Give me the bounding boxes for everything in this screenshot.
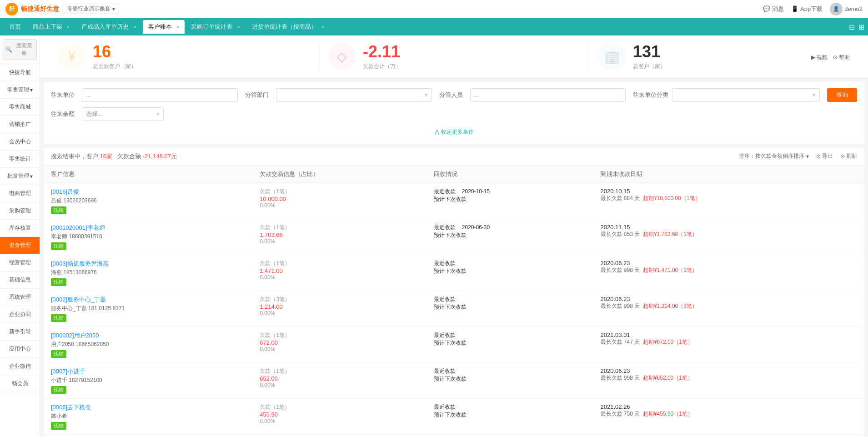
tab-inventory-stats-close[interactable]: × bbox=[321, 24, 324, 30]
owing-count: 欠款（1笔） bbox=[260, 224, 419, 231]
maximize-icon[interactable]: ⊞ bbox=[858, 23, 864, 31]
owing-amount[interactable]: 672.00 bbox=[260, 339, 419, 346]
tab-home-label: 首页 bbox=[9, 23, 21, 31]
person-input[interactable]: ... bbox=[470, 88, 626, 102]
dept-label: 分管部门 bbox=[245, 91, 272, 99]
customer-name-link[interactable]: [000002]用户2050 bbox=[51, 332, 245, 340]
sidebar-item-capital-mgmt[interactable]: 资金管理 bbox=[0, 237, 40, 254]
chevron-down-icon: ▾ bbox=[112, 6, 115, 12]
sidebar-item-inventory[interactable]: 库存核算 bbox=[0, 220, 40, 237]
customer-contact: 用户2050 18665062050 bbox=[51, 341, 245, 348]
tab-home[interactable]: 首页 bbox=[4, 20, 26, 34]
cell-owing-trade: 欠款（1笔） 10,000.00 0.00% bbox=[252, 183, 426, 219]
next-collect: 预计下次收款 bbox=[434, 196, 586, 203]
tab-products-history[interactable]: 产成品入库单历史 × bbox=[76, 20, 141, 34]
export-button[interactable]: ⊙ 导出 bbox=[816, 152, 833, 160]
sidebar-item-basic-info[interactable]: 基础信息 bbox=[0, 271, 40, 289]
stat-label-owing-amount: 欠款合计（万） bbox=[363, 63, 401, 70]
cell-overdue-date: 2020.06.23 最长欠款 998 天 超期¥1,214.00（3笔） bbox=[593, 291, 864, 326]
sidebar-item-app-center[interactable]: 应用中心 bbox=[0, 341, 40, 358]
tab-purchase-order-label: 采购订单统计表 bbox=[191, 23, 232, 31]
overdue-days: 最长欠款 998 天 超期¥1,471.00（1笔） bbox=[601, 266, 857, 274]
sidebar-item-ops-mgmt[interactable]: 经营管理 bbox=[0, 254, 40, 271]
last-collect: 最近收款 bbox=[434, 332, 586, 339]
search-button[interactable]: 查询 bbox=[827, 88, 857, 102]
owing-percent: 0.00% bbox=[260, 202, 419, 209]
overdue-amount-link[interactable]: 超期¥1,703.68（1笔） bbox=[643, 231, 697, 237]
customer-name-link[interactable]: [0007]小进千 bbox=[51, 367, 245, 376]
stats-bar: ¥ 16 总欠款客户（家） ◇ -2.11 欠款合计（万） 🏢 131 总客户（… bbox=[40, 35, 868, 78]
sidebar-item-enterprise-wechat[interactable]: 企业微信 bbox=[0, 358, 40, 375]
sidebar-item-quick-nav-label: 快捷导航 bbox=[9, 69, 31, 75]
sidebar-item-ecommerce[interactable]: 电商管理 bbox=[0, 185, 40, 202]
last-collect: 最近收款 2020-10-15 bbox=[434, 188, 586, 196]
owing-amount[interactable]: 10,000.00 bbox=[260, 196, 419, 202]
company-selector[interactable]: 母婴行业演示账套 ▾ bbox=[63, 4, 119, 14]
user-menu[interactable]: 👤 demo2 bbox=[830, 3, 863, 15]
sidebar-item-member-center[interactable]: 会员中心 bbox=[0, 133, 40, 151]
customer-name-link[interactable]: [0002]服务中心_丁磊 bbox=[51, 296, 245, 304]
tab-customer-account[interactable]: 客户账本 × bbox=[143, 20, 185, 34]
tab-inventory-stats[interactable]: 进货单统计表（按商品） × bbox=[246, 20, 330, 34]
sidebar-item-enterprise-collab[interactable]: 企业协同 bbox=[0, 306, 40, 323]
overdue-days: 最长欠款 998 天 超期¥652.00（1笔） bbox=[601, 374, 857, 382]
export-label: 导出 bbox=[822, 152, 833, 160]
help-action[interactable]: ⊙ 帮助 bbox=[833, 54, 850, 61]
customer-name-link[interactable]: [0003]畅捷服务尹海燕 bbox=[51, 260, 245, 268]
sidebar-item-retail-mall[interactable]: 零售商城 bbox=[0, 99, 40, 116]
sidebar-item-purchase-mgmt[interactable]: 采购管理 bbox=[0, 202, 40, 220]
tab-customer-account-close[interactable]: × bbox=[176, 24, 179, 30]
sidebar-item-retail-stats[interactable]: 零售统计 bbox=[0, 151, 40, 168]
owing-amount[interactable]: 1,471.00 bbox=[260, 267, 419, 274]
sidebar-item-retail-mgmt[interactable]: 零售管理 ▾ bbox=[0, 81, 40, 99]
owing-amount[interactable]: 1,214.00 bbox=[260, 303, 419, 310]
owing-amount[interactable]: 455.90 bbox=[260, 411, 419, 418]
overdue-amount-link[interactable]: 超期¥1,214.00（3笔） bbox=[643, 303, 697, 309]
cell-collection: 最近收款 预计下次收款 bbox=[426, 255, 593, 291]
sidebar-item-new-guide[interactable]: 新手引导 bbox=[0, 323, 40, 341]
tab-products-offline[interactable]: 商品上下架 × bbox=[27, 20, 75, 34]
overdue-amount-link[interactable]: 超期¥1,471.00（1笔） bbox=[643, 267, 697, 273]
filter-collapse-button[interactable]: ⋀ 收起更多条件 bbox=[51, 126, 857, 138]
refresh-button[interactable]: ⊙ 刷新 bbox=[840, 152, 857, 160]
cell-customer-info: [000001]黄思源 黄思源 13552700226 现销 bbox=[44, 434, 252, 437]
tab-products-offline-close[interactable]: × bbox=[67, 24, 70, 30]
message-button[interactable]: 💬 消息 bbox=[763, 5, 784, 13]
overdue-date: 2021.03.01 bbox=[601, 332, 857, 338]
refresh-label: 刷新 bbox=[846, 152, 857, 160]
overdue-amount-link[interactable]: 超期¥652.00（1笔） bbox=[643, 375, 693, 381]
app-download-button[interactable]: 📱 App下载 bbox=[791, 5, 823, 13]
overdue-amount-link[interactable]: 超期¥10,000.00（1笔） bbox=[643, 195, 701, 201]
tab-purchase-order-close[interactable]: × bbox=[237, 24, 240, 30]
sidebar-item-sys-mgmt[interactable]: 系统管理 bbox=[0, 289, 40, 306]
tab-products-history-label: 产成品入库单历史 bbox=[81, 23, 129, 31]
dept-select[interactable]: ▾ bbox=[276, 88, 432, 102]
sidebar-item-retail-mgmt-label: 零售管理 bbox=[7, 86, 29, 94]
sidebar-item-quick-nav[interactable]: 快捷导航 bbox=[0, 64, 40, 81]
table-area: 搜索结果中，客户 16家 欠款金额 -21,148.07元 排序：按欠款金额倒序… bbox=[44, 148, 864, 437]
app-download-label: App下载 bbox=[800, 5, 823, 13]
owing-amount[interactable]: 652.00 bbox=[260, 375, 419, 382]
customer-name-link[interactable]: [0016]吕俊 bbox=[51, 188, 245, 196]
customer-name-link[interactable]: [0001020001]李老师 bbox=[51, 224, 245, 232]
minimize-icon[interactable]: ⊟ bbox=[849, 23, 855, 31]
owing-amount[interactable]: 1,703.68 bbox=[260, 231, 419, 238]
sidebar-item-vip-member-label: 畅会员 bbox=[12, 380, 28, 387]
customer-name-link[interactable]: [0006]去下粮仓 bbox=[51, 403, 245, 412]
from-unit-input[interactable]: ... bbox=[82, 88, 238, 102]
search-menu-button[interactable]: 🔍 搜索菜单 bbox=[3, 39, 37, 60]
sidebar-item-marketing[interactable]: 营销推广 bbox=[0, 116, 40, 133]
balance-select[interactable]: 选择... ▾ bbox=[82, 107, 164, 121]
overdue-amount-link[interactable]: 超期¥672.00（1笔） bbox=[643, 339, 693, 345]
search-icon: 🔍 bbox=[5, 46, 12, 53]
filter-unit-class: 往来单位分类 ▾ bbox=[633, 88, 820, 102]
video-action[interactable]: ▶ 视频 bbox=[811, 54, 828, 61]
unit-class-select[interactable]: ▾ bbox=[672, 88, 820, 102]
sidebar-item-batch-mgmt[interactable]: 批发管理 ▾ bbox=[0, 168, 40, 185]
tab-purchase-order[interactable]: 采购订单统计表 × bbox=[186, 20, 245, 34]
sort-selector[interactable]: 排序：按欠款金额倒序排序 ▾ bbox=[739, 152, 809, 160]
overdue-amount-link[interactable]: 超期¥455.90（1笔） bbox=[643, 411, 693, 417]
sidebar-item-vip-member[interactable]: 畅会员 bbox=[0, 375, 40, 392]
tab-products-history-close[interactable]: × bbox=[133, 24, 136, 30]
table-row: [0002]服务中心_丁磊 服务中心_丁磊 181 0125 8371 现销 欠… bbox=[44, 291, 864, 326]
